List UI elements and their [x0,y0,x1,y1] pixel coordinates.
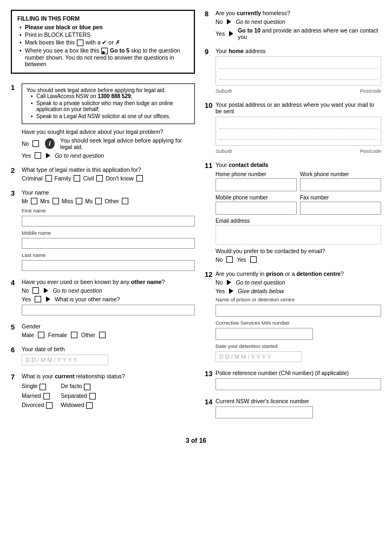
q3-number: 3 [11,189,19,197]
q5-number: 5 [11,323,19,331]
question-1: 1 You should seek legal advice before ap… [11,83,195,159]
q11-yes-label: Yes [237,256,246,263]
q3-middlename-input[interactable] [22,238,195,249]
q11-yes-checkbox[interactable] [250,256,257,263]
q1-no-label: No [22,140,29,147]
q3-lastname-input[interactable] [22,260,195,271]
q1-yes-checkbox[interactable] [35,152,41,159]
q3-lastname-label: Last name [22,252,195,258]
q13-input[interactable] [215,378,381,390]
q11-email-pref-row: Would you prefer to be contacted by emai… [215,248,381,254]
q1-info-icon: i [45,138,55,149]
q10-address-line2[interactable] [219,130,377,140]
q7-divorced-checkbox[interactable] [46,402,53,409]
q11-email-input[interactable] [215,225,381,244]
q4-no-checkbox[interactable] [32,287,39,294]
q11-email-label: Email address [215,218,381,224]
q6-date-input[interactable]: D D / M M / Y Y Y Y [22,354,108,365]
q3-miss-checkbox[interactable] [76,198,82,204]
q3-firstname-input[interactable] [22,216,195,227]
q11-email-pref-label: Would you prefer to be contacted by emai… [215,248,325,254]
q8-no-arrow [227,19,231,24]
question-9: 9 Your home address Suburb Postcode [205,48,381,94]
q7-widowed-checkbox[interactable] [86,402,93,409]
q9-address-line1[interactable] [219,59,377,69]
q11-fax-label: Fax number [300,195,381,201]
question-6: 6 Your date of birth D D / M M / Y Y Y Y [11,346,195,365]
q8-no-goto: Go to next question [236,18,285,25]
q5-other-checkbox[interactable] [99,332,106,338]
instructions-box: FILLING IN THIS FORM Please use black or… [11,10,195,74]
q11-home-phone-group: Home phone number [215,171,297,191]
q2-civil-checkbox[interactable] [96,175,103,182]
q4-goto-text: Go to next question [53,287,102,294]
q3-other-checkbox[interactable] [122,198,128,204]
q3-title-row: Mr Mrs Miss Ms Other [22,198,195,204]
q7-defacto-checkbox[interactable] [84,384,90,390]
question-4: 4 Have you ever used or been known by an… [11,279,195,315]
q7-separated-checkbox[interactable] [89,393,96,399]
q11-mobile-input[interactable] [215,202,297,215]
q2-label: What type of legal matter is this applic… [22,166,195,173]
q12-date-input[interactable]: D D / M M / Y Y Y Y [215,351,302,362]
question-14: 14 Current NSW driver's licence number [205,398,381,418]
q12-prison-input[interactable] [215,305,381,317]
q7-married-checkbox[interactable] [43,393,50,399]
q12-prison-label: Name of prison or detention centre [215,296,381,302]
q3-mr-checkbox[interactable] [31,198,37,204]
q12-no-row: No Go to next question [215,279,381,286]
q3-ms-checkbox[interactable] [95,198,102,204]
q2-criminal-checkbox[interactable] [45,175,52,182]
q10-postcode-label: Postcode [360,148,381,154]
q11-work-phone-input[interactable] [300,178,381,191]
q6-label: Your date of birth [22,346,195,352]
q11-no-checkbox[interactable] [226,256,233,263]
question-13: 13 Police reference number (CNI number) … [205,370,381,390]
question-3: 3 Your name Mr Mrs Miss Ms Other First n… [11,189,195,271]
q12-min-label: Corrective Services MIN number [215,320,381,326]
q8-no-row: No Go to next question [215,18,381,25]
q2-family-checkbox[interactable] [74,175,80,182]
q14-number: 14 [205,398,213,406]
q4-yes-arrow [46,296,50,302]
q12-yes-arrow [229,288,233,294]
q1-info-box: You should seek legal advice before appl… [22,83,195,124]
q5-label: Gender [22,323,195,330]
q3-mrs-checkbox[interactable] [53,198,59,204]
q11-email-group: Email address [215,218,381,244]
q4-yes-checkbox[interactable] [35,296,41,302]
q4-othername-input[interactable] [22,305,195,315]
q5-male-checkbox[interactable] [38,332,44,338]
q11-no-label: No [215,256,223,263]
q1-yes-label: Yes [22,152,31,159]
q1-yes-row: Yes Go to next question [22,152,195,159]
q8-yes-row: Yes Go to 10 and provide an address wher… [215,27,381,40]
q4-yes-row: Yes What is your other name? [22,296,195,302]
instruction-item-1: Please use black or blue pen [19,24,188,30]
q9-number: 9 [205,48,213,56]
q9-suburb-label: Suburb [215,88,232,94]
question-12: 12 Are you currently in prison or a dete… [205,270,381,362]
q2-options-row: Criminal Family Civil Don't know [22,175,195,182]
q1-no-checkbox[interactable] [32,140,38,147]
q5-options-row: Male Female Other [22,332,195,338]
q3-firstname-label: First name [22,208,195,214]
q12-min-input[interactable] [215,328,313,340]
q4-label: Have you ever used or been known by any … [22,279,195,285]
q10-address-line1[interactable] [219,119,377,129]
q2-dontknow-checkbox[interactable] [136,175,143,182]
instruction-item-3: Mark boxes like this with a ✔ or ✗ [19,39,188,46]
q7-single-checkbox[interactable] [40,384,46,390]
q12-number: 12 [205,270,213,279]
q11-home-phone-input[interactable] [215,178,297,191]
q14-input[interactable] [215,406,313,418]
question-8: 8 Are you currently homeless? No Go to n… [205,10,381,40]
q13-label: Police reference number (CNI number) (if… [215,370,381,376]
question-7: 7 What is your current relationship stat… [11,373,195,410]
q9-address-line2[interactable] [219,70,377,80]
q9-address-box [215,56,381,86]
q12-label: Are you currently in prison or a detenti… [215,270,381,277]
q11-label: Your contact details [215,162,381,168]
q5-female-checkbox[interactable] [71,332,77,338]
q11-fax-input[interactable] [300,202,381,215]
